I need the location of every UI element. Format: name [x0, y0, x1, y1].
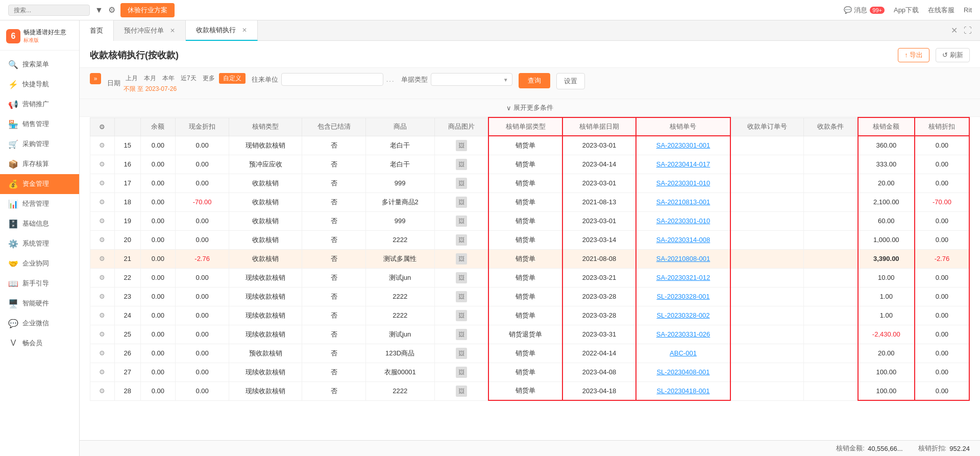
cell-balance: 0.00	[140, 136, 175, 155]
cell-verify-amount: 3,390.00	[858, 249, 915, 268]
sidebar-item-business[interactable]: 📊 经营管理	[0, 194, 79, 214]
cell-settings[interactable]: ⚙	[90, 211, 115, 230]
cell-balance: 0.00	[140, 381, 175, 400]
cell-verify-bill-no[interactable]: SA-20210813-001	[636, 193, 730, 211]
cell-settings[interactable]: ⚙	[90, 230, 115, 249]
sidebar-item-basic[interactable]: 🗄️ 基础信息	[0, 214, 79, 234]
cell-receipt-condition	[803, 325, 857, 344]
table-row: ⚙ 28 0.00 0.00 现续收款核销 否 2222 🖼 销货单 2023-…	[90, 381, 970, 400]
sidebar-item-finance[interactable]: 💰 资金管理	[0, 174, 79, 194]
dropdown-icon[interactable]: ▼	[95, 6, 103, 15]
table-row: ⚙ 24 0.00 0.00 现续收款核销 否 2222 🖼 销货单 2023-…	[90, 306, 970, 325]
industry-btn[interactable]: 休验行业方案	[120, 3, 175, 17]
cell-goods-img: 🖼	[434, 193, 488, 211]
sidebar-item-sales[interactable]: 🏪 销售管理	[0, 114, 79, 134]
sidebar-item-inventory[interactable]: 📦 库存核算	[0, 154, 79, 174]
sidebar-label-wechat: 企业微信	[22, 319, 49, 328]
sidebar-item-purchase[interactable]: 🛒 采购管理	[0, 134, 79, 154]
date-more[interactable]: 更多	[201, 73, 217, 84]
online-service[interactable]: 在线客服	[928, 6, 954, 15]
cell-verify-amount: 333.00	[858, 155, 915, 174]
cell-verify-bill-no[interactable]: SA-20230331-026	[636, 325, 730, 344]
cell-verify-bill-no[interactable]: SA-20230321-012	[636, 268, 730, 287]
tab-prepay-close[interactable]: ✕	[170, 27, 175, 34]
cell-verify-bill-no[interactable]: SA-20230301-010	[636, 174, 730, 193]
cell-settings[interactable]: ⚙	[90, 381, 115, 400]
col-verify-bill-type: 核销单据类型	[488, 117, 562, 136]
wechat-icon: 💬	[8, 319, 18, 328]
cell-verify-bill-type: 销货单	[488, 155, 562, 174]
app-download[interactable]: App下载	[894, 6, 919, 15]
cell-verify-amount: 1,000.00	[858, 230, 915, 249]
date-this-year[interactable]: 本年	[160, 73, 177, 84]
cell-settings[interactable]: ⚙	[90, 287, 115, 306]
expand-more-btn[interactable]: ∨ 展开更多条件	[504, 101, 555, 114]
cell-include-settled: 否	[302, 306, 365, 325]
cell-verify-type: 收款核销	[229, 249, 302, 268]
cell-settings[interactable]: ⚙	[90, 325, 115, 344]
cell-verify-bill-type: 销货单	[488, 381, 562, 400]
cell-settings[interactable]: ⚙	[90, 306, 115, 325]
sidebar-item-marketing[interactable]: 📢 营销推广	[0, 94, 79, 114]
cell-verify-bill-no[interactable]: SL-20230328-001	[636, 287, 730, 306]
tab-receipt[interactable]: 收款核销执行 ✕	[186, 20, 258, 41]
filter-expand-button[interactable]: »	[90, 73, 101, 84]
cell-verify-bill-no[interactable]: SA-20230301-001	[636, 136, 730, 155]
query-button[interactable]: 查询	[519, 73, 550, 88]
col-receipt-condition: 收款条件	[803, 117, 857, 136]
cell-settings[interactable]: ⚙	[90, 193, 115, 211]
cell-verify-bill-no[interactable]: SL-20230408-001	[636, 363, 730, 381]
cell-settings[interactable]: ⚙	[90, 155, 115, 174]
cell-verify-bill-no[interactable]: ABC-001	[636, 344, 730, 363]
sidebar-label-sales: 销售管理	[22, 119, 49, 129]
cell-goods-img: 🖼	[434, 211, 488, 230]
settings-filter-button[interactable]: 设置	[556, 73, 585, 89]
sidebar-item-member[interactable]: V 畅会员	[0, 333, 79, 353]
single-type-label: 单据类型	[401, 75, 428, 84]
cell-balance: 0.00	[140, 230, 175, 249]
col-settings[interactable]: ⚙	[90, 117, 115, 136]
date-this-month[interactable]: 本月	[142, 73, 158, 84]
cell-goods: 衣服00001	[365, 363, 434, 381]
cell-verify-bill-no[interactable]: SA-20210808-001	[636, 249, 730, 268]
close-window-icon[interactable]: ✕	[951, 26, 958, 35]
col-verify-bill-no: 核销单号	[636, 117, 730, 136]
user-name[interactable]: Rit	[964, 6, 972, 14]
export-button[interactable]: ↑ 导出	[898, 48, 929, 62]
single-type-select[interactable]: 销货单 销货退货单	[431, 73, 512, 86]
messages-label[interactable]: 💬 消息 99+	[844, 6, 885, 15]
sidebar-item-wechat[interactable]: 💬 企业微信	[0, 314, 79, 333]
cell-settings[interactable]: ⚙	[90, 268, 115, 287]
sidebar-label-guide: 新手引导	[22, 279, 49, 288]
date-custom[interactable]: 自定义	[219, 73, 246, 84]
sidebar-item-guide[interactable]: 📖 新手引导	[0, 274, 79, 294]
search-input[interactable]	[8, 5, 90, 16]
cell-verify-bill-no[interactable]: SL-20230328-002	[636, 306, 730, 325]
tab-prepay[interactable]: 预付冲应付单 ✕	[114, 20, 186, 41]
settings-icon[interactable]: ⚙	[108, 5, 115, 15]
cell-receipt-condition	[803, 363, 857, 381]
sidebar-item-quicknav[interactable]: ⚡ 快捷导航	[0, 75, 79, 94]
sidebar-item-collab[interactable]: 🤝 企业协同	[0, 254, 79, 274]
date-last-month[interactable]: 上月	[124, 73, 140, 84]
tab-home[interactable]: 首页	[80, 20, 114, 41]
cell-verify-bill-no[interactable]: SA-20230414-017	[636, 155, 730, 174]
sidebar-item-search[interactable]: 🔍 搜索菜单	[0, 55, 79, 75]
cell-verify-bill-no[interactable]: SA-20230301-010	[636, 211, 730, 230]
cell-settings[interactable]: ⚙	[90, 363, 115, 381]
cell-settings[interactable]: ⚙	[90, 249, 115, 268]
cell-verify-bill-no[interactable]: SL-20230418-001	[636, 381, 730, 400]
date-7days[interactable]: 近7天	[179, 73, 199, 84]
cell-verify-bill-no[interactable]: SA-20230314-008	[636, 230, 730, 249]
sidebar-item-hardware[interactable]: 🖥️ 智能硬件	[0, 294, 79, 314]
cell-settings[interactable]: ⚙	[90, 174, 115, 193]
refresh-button[interactable]: ↺ 刷新	[936, 48, 970, 62]
cell-goods: 2222	[365, 230, 434, 249]
cell-settings[interactable]: ⚙	[90, 136, 115, 155]
cell-settings[interactable]: ⚙	[90, 344, 115, 363]
sidebar-item-system[interactable]: ⚙️ 系统管理	[0, 234, 79, 254]
expand-window-icon[interactable]: ⛶	[964, 26, 972, 35]
cell-include-settled: 否	[302, 287, 365, 306]
from-unit-input[interactable]	[281, 73, 383, 86]
tab-receipt-close[interactable]: ✕	[242, 27, 247, 34]
